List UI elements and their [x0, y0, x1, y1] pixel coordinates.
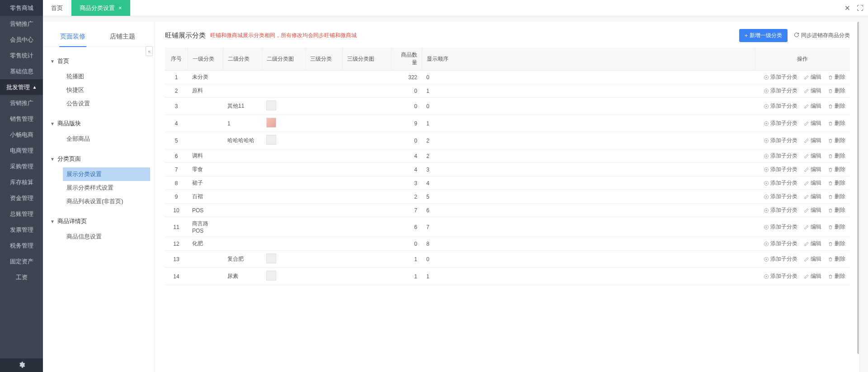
main-sidebar-item[interactable]: 零售统计	[0, 48, 43, 63]
delete-button[interactable]: 删除	[828, 152, 845, 160]
edit-button[interactable]: 编辑	[804, 73, 821, 81]
edit-button[interactable]: 编辑	[804, 206, 821, 214]
main-sidebar-item[interactable]: 会员中心	[0, 32, 43, 48]
th-l2: 二级分类	[223, 48, 262, 71]
add-child-button[interactable]: 添加子分类	[764, 240, 797, 248]
add-child-button[interactable]: 添加子分类	[764, 206, 797, 214]
main-sidebar-item[interactable]: 营销推广	[0, 95, 43, 111]
main-sidebar-item[interactable]: 小畅电商	[0, 127, 43, 143]
thumbnail	[266, 253, 276, 263]
main-sidebar-item[interactable]: 固定资产	[0, 253, 43, 269]
add-child-button[interactable]: 添加子分类	[764, 193, 797, 200]
table-row: 11 商言路POS 6 7 添加子分类 编辑 删除	[165, 217, 850, 237]
cell-seq: 10	[165, 204, 188, 217]
add-child-button[interactable]: 添加子分类	[764, 166, 797, 173]
delete-button[interactable]: 删除	[828, 73, 845, 81]
main-sidebar-item[interactable]: 总账管理	[0, 206, 43, 222]
tab[interactable]: 商品分类设置×	[71, 0, 131, 16]
tree-leaf[interactable]: 快捷区	[63, 83, 150, 97]
main-sidebar-item[interactable]: 基础信息	[0, 63, 43, 79]
main-sidebar-item[interactable]: 批发管理▲	[0, 79, 43, 95]
main-sidebar-item[interactable]: 采购管理	[0, 158, 43, 174]
tree-leaf[interactable]: 展示分类设置	[63, 167, 150, 181]
cell-l3	[305, 84, 342, 98]
cell-l3	[305, 217, 342, 237]
add-child-button[interactable]: 添加子分类	[764, 223, 797, 231]
tree-leaf[interactable]: 展示分类样式设置	[63, 181, 150, 195]
tree-leaf[interactable]: 商品列表设置(非首页)	[63, 195, 150, 208]
close-icon[interactable]: ×	[118, 5, 122, 11]
main-sidebar-item[interactable]: 营销推广	[0, 16, 43, 32]
edit-button[interactable]: 编辑	[804, 179, 821, 187]
edit-button[interactable]: 编辑	[804, 240, 821, 248]
delete-button[interactable]: 删除	[828, 255, 845, 263]
cell-l3img	[342, 190, 391, 204]
main-sidebar-item[interactable]: 发票管理	[0, 222, 43, 238]
cell-order: 1	[422, 268, 755, 285]
tree-leaf[interactable]: 全部商品	[63, 132, 150, 146]
add-top-category-button[interactable]: + 新增一级分类	[739, 29, 788, 42]
main-sidebar-item[interactable]: 资金管理	[0, 190, 43, 206]
tree-group-header[interactable]: ▼ 首页	[49, 55, 150, 67]
cell-qty: 9	[391, 115, 422, 132]
main-sidebar-item[interactable]: 税务管理	[0, 238, 43, 253]
close-all-tabs-icon[interactable]: ✕	[844, 4, 850, 12]
edit-button[interactable]: 编辑	[804, 272, 821, 280]
add-child-button[interactable]: 添加子分类	[764, 272, 797, 280]
edit-button[interactable]: 编辑	[804, 193, 821, 200]
cell-l3img	[342, 98, 391, 115]
main-sidebar-item[interactable]: 电商管理	[0, 143, 43, 158]
settings-button[interactable]	[0, 358, 43, 372]
add-child-button[interactable]: 添加子分类	[764, 137, 797, 144]
add-child-button[interactable]: 添加子分类	[764, 102, 797, 110]
add-child-button[interactable]: 添加子分类	[764, 255, 797, 263]
sub-tab[interactable]: 页面装修	[59, 29, 86, 47]
edit-button[interactable]: 编辑	[804, 255, 821, 263]
tree-leaf[interactable]: 公告设置	[63, 97, 150, 110]
tree-group-header[interactable]: ▼ 商品详情页	[49, 215, 150, 227]
edit-button[interactable]: 编辑	[804, 119, 821, 127]
sub-tab[interactable]: 店铺主题	[109, 29, 136, 47]
delete-button[interactable]: 删除	[828, 179, 845, 187]
delete-button[interactable]: 删除	[828, 240, 845, 248]
main-sidebar-item[interactable]: 销售管理	[0, 111, 43, 127]
add-child-button[interactable]: 添加子分类	[764, 179, 797, 187]
edit-button[interactable]: 编辑	[804, 137, 821, 144]
delete-button[interactable]: 删除	[828, 87, 845, 95]
add-child-button[interactable]: 添加子分类	[764, 87, 797, 95]
cell-qty: 4	[391, 149, 422, 163]
delete-button[interactable]: 删除	[828, 272, 845, 280]
main-sidebar-item[interactable]: 库存核算	[0, 174, 43, 190]
main-sidebar-item[interactable]: 零售商城	[0, 0, 43, 16]
tree-group-header[interactable]: ▼ 商品版块	[49, 118, 150, 129]
tree-leaf[interactable]: 商品信息设置	[63, 230, 150, 243]
delete-button[interactable]: 删除	[828, 119, 845, 127]
edit-button[interactable]: 编辑	[804, 223, 821, 231]
collapse-sidebar-button[interactable]: «	[146, 46, 153, 56]
add-child-button[interactable]: 添加子分类	[764, 73, 797, 81]
delete-button[interactable]: 删除	[828, 166, 845, 173]
delete-button[interactable]: 删除	[828, 102, 845, 110]
tab[interactable]: 首页	[43, 0, 71, 16]
edit-button[interactable]: 编辑	[804, 166, 821, 173]
cell-qty: 1	[391, 251, 422, 268]
edit-button[interactable]: 编辑	[804, 152, 821, 160]
cell-seq: 1	[165, 71, 188, 84]
delete-button[interactable]: 删除	[828, 193, 845, 200]
edit-button[interactable]: 编辑	[804, 102, 821, 110]
fullscreen-icon[interactable]: ⛶	[857, 4, 863, 12]
main-sidebar-item[interactable]: 工资	[0, 269, 43, 285]
tree-group-header[interactable]: ▼ 分类页面	[49, 153, 150, 165]
sidebar-item-label: 零售商城	[10, 4, 33, 12]
add-child-button[interactable]: 添加子分类	[764, 152, 797, 160]
sync-categories-button[interactable]: 同步进销存商品分类	[794, 32, 850, 39]
edit-button[interactable]: 编辑	[804, 87, 821, 95]
tree-leaf[interactable]: 轮播图	[63, 70, 150, 83]
add-child-button[interactable]: 添加子分类	[764, 119, 797, 127]
cell-l3	[305, 98, 342, 115]
cell-l3	[305, 204, 342, 217]
delete-button[interactable]: 删除	[828, 206, 845, 214]
delete-button[interactable]: 删除	[828, 137, 845, 144]
delete-button[interactable]: 删除	[828, 223, 845, 231]
sidebar-item-label: 采购管理	[10, 162, 33, 171]
